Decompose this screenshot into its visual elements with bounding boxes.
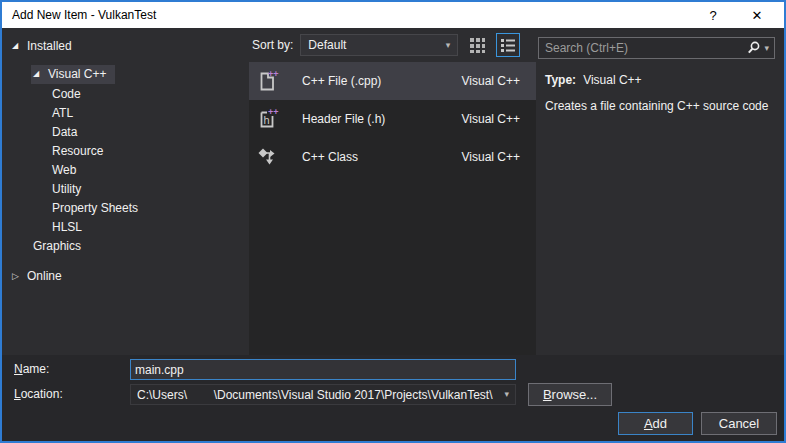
location-label: Location: [14,384,63,405]
template-name: Header File (.h) [302,112,462,126]
close-button[interactable]: ✕ [742,2,772,28]
location-combobox[interactable]: C:\Users\ \Documents\Visual Studio 2017\… [130,384,516,405]
browse-mnemonic: B [543,387,552,402]
template-toolbar: Sort by: Default ▾ [249,28,536,62]
search-options-chevron-icon[interactable]: ▾ [764,44,769,53]
search-icon[interactable] [744,40,761,56]
sort-dropdown[interactable]: Default ▾ [300,34,458,56]
sort-by-label: Sort by: [252,38,293,52]
template-name: C++ File (.cpp) [302,74,462,88]
tree-node-property-sheets[interactable]: Property Sheets [2,198,249,217]
template-name: C++ Class [302,150,462,164]
tree-node-online[interactable]: ▷ Online [2,266,249,285]
tree-label: Data [52,125,77,139]
expanded-arrow-icon[interactable]: ◢ [12,41,27,50]
type-label: Type: [545,73,576,87]
browse-rest: rowse... [552,387,598,402]
tree-node-atl[interactable]: ATL [2,103,249,122]
tree-label: ATL [52,106,73,120]
tree-label: Resource [52,144,103,158]
template-category: Visual C++ [462,150,520,164]
svg-text:++: ++ [268,69,279,79]
tree-label: HLSL [52,220,82,234]
chevron-down-icon: ▾ [446,41,451,50]
tree-node-installed[interactable]: ◢ Installed [2,36,249,55]
tree-label: Visual C++ [48,67,106,81]
tree-label: Code [52,87,81,101]
tree-node-data[interactable]: Data [2,122,249,141]
dialog-body: ◢ Installed ◢ Visual C++ Code ATL Data R… [2,28,784,355]
title-bar: Add New Item - VulkanTest ? ✕ [2,2,784,28]
svg-text:++: ++ [268,107,279,117]
selected-tree-highlight[interactable]: ◢ Visual C++ [31,65,115,84]
tree-node-web[interactable]: Web [2,160,249,179]
template-category: Visual C++ [462,112,520,126]
tree-node-visual-cpp[interactable]: ◢ Visual C++ [2,64,249,84]
template-row-cpp-file[interactable]: ++ C++ File (.cpp) Visual C++ [249,62,536,100]
tree-label: Graphics [33,239,81,253]
grid-view-icon [468,36,486,54]
template-row-header-file[interactable]: h ++ Header File (.h) Visual C++ [249,100,536,138]
dialog-footer: Name: Location: C:\Users\ \Documents\Vis… [2,355,784,441]
template-category: Visual C++ [462,74,520,88]
tree-node-hlsl[interactable]: HLSL [2,217,249,236]
search-input[interactable] [545,41,744,55]
add-button[interactable]: Add [618,412,693,435]
add-new-item-dialog: Add New Item - VulkanTest ? ✕ ◢ Installe… [0,0,786,443]
tree-label: Property Sheets [52,201,138,215]
type-value: Visual C++ [583,73,641,87]
collapsed-arrow-icon[interactable]: ▷ [12,271,27,281]
titlebar-buttons: ? ✕ [698,2,772,28]
sort-dropdown-value: Default [308,38,346,52]
template-description: Creates a file containing C++ source cod… [545,99,775,113]
template-list: ++ C++ File (.cpp) Visual C++ h ++ Heade… [249,62,536,355]
search-box[interactable]: ▾ [538,37,775,59]
cpp-class-icon [255,145,279,169]
name-label: Name: [14,359,49,380]
header-file-icon: h ++ [255,107,279,131]
list-view-button[interactable] [496,33,520,57]
category-tree: ◢ Installed ◢ Visual C++ Code ATL Data R… [2,28,249,355]
template-panel: Sort by: Default ▾ [249,28,536,355]
tree-node-resource[interactable]: Resource [2,141,249,160]
tree-node-utility[interactable]: Utility [2,179,249,198]
tree-node-code[interactable]: Code [2,84,249,103]
add-mnemonic: A [644,416,653,431]
tree-label: Utility [52,182,81,196]
name-label-rest: ame: [23,362,50,376]
add-rest: dd [653,416,667,431]
dialog-title: Add New Item - VulkanTest [2,8,698,22]
location-chevron-icon[interactable]: ▾ [504,390,509,399]
name-label-mnemonic: N [14,362,23,376]
tree-label: Installed [27,39,72,53]
help-button[interactable]: ? [698,2,728,28]
cpp-file-icon: ++ [255,69,279,93]
name-input[interactable] [130,359,516,380]
small-icons-view-button[interactable] [465,33,489,57]
tree-node-graphics[interactable]: Graphics [2,236,249,255]
location-label-rest: ocation: [21,387,63,401]
tree-label: Online [27,269,62,283]
location-value: C:\Users\ \Documents\Visual Studio 2017\… [137,388,493,402]
tree-label: Web [52,163,76,177]
cancel-button[interactable]: Cancel [701,412,777,435]
template-type-line: Type:Visual C++ [545,73,784,87]
list-view-icon [499,36,517,54]
expanded-arrow-icon[interactable]: ◢ [33,69,48,78]
location-label-mnemonic: L [14,387,21,401]
browse-button[interactable]: Browse... [528,383,612,406]
template-row-cpp-class[interactable]: C++ Class Visual C++ [249,138,536,176]
details-panel: ▾ Type:Visual C++ Creates a file contain… [536,28,784,355]
